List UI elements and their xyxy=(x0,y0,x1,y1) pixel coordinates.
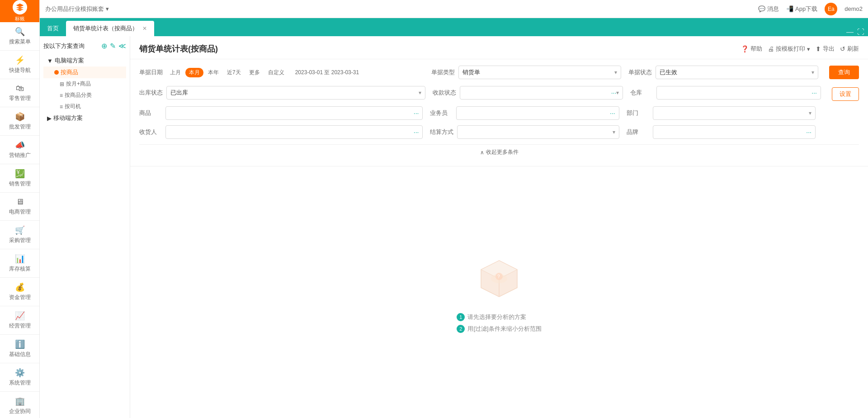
print-label: 按模板打印 xyxy=(776,45,805,53)
warehouse-more-icon[interactable]: ··· xyxy=(811,89,817,96)
tab-sales-report[interactable]: 销货单统计表（按商品） ✕ xyxy=(66,21,154,36)
tab-minimize-icon[interactable]: — xyxy=(846,28,854,36)
app-logo[interactable]: 标账 xyxy=(0,0,40,22)
tree-item-by-category[interactable]: ≡ 按商品分类 xyxy=(43,90,126,101)
sidebar-item-quick-nav[interactable]: ⚡ 快捷导航 xyxy=(0,51,39,79)
print-btn[interactable]: 🖨 按模板打印 ▾ xyxy=(768,45,810,53)
salesman-select[interactable]: ··· xyxy=(456,106,619,120)
header-left: 办公用品行业模拟账套 ▾ xyxy=(45,5,109,13)
collapse-btn[interactable]: ∧ 收起更多条件 xyxy=(139,144,859,160)
app-icon: 📲 xyxy=(786,5,793,12)
date-tab-custom[interactable]: 自定义 xyxy=(264,68,288,77)
add-scheme-icon[interactable]: ⊕ xyxy=(101,42,107,50)
tree-item-by-goods[interactable]: 按商品 xyxy=(43,66,126,78)
sidebar: 标账 🔍 搜索菜单 ⚡ 快捷导航 🛍 零售管理 📦 批发管理 📣 营销推广 💹 … xyxy=(0,0,40,418)
sidebar-item-inventory[interactable]: 📊 库存核算 xyxy=(0,249,39,278)
receiver-select[interactable]: ··· xyxy=(165,125,423,139)
empty-hint-2: 2 用[过滤]条件来缩小分析范围 xyxy=(457,325,541,333)
tree-collapse-icon: ▶ xyxy=(47,115,52,122)
filter-row-1: 单据日期 上月 本月 本年 近7天 更多 自定义 2023-03-01 至 20… xyxy=(139,66,859,79)
basics-icon: ℹ️ xyxy=(15,339,25,349)
receive-status-more-icon[interactable]: ··· xyxy=(611,89,617,96)
active-dot-icon xyxy=(54,70,59,75)
type-select[interactable]: 销货单 ▾ xyxy=(458,66,621,79)
date-tab-this-month[interactable]: 本月 xyxy=(185,68,203,77)
brand-select[interactable]: ··· xyxy=(653,125,816,139)
sidebar-item-ecommerce[interactable]: 🖥 电商管理 xyxy=(0,193,39,221)
page-actions: ❓ 帮助 🖨 按模板打印 ▾ ⬆ 导出 ↺ 刷新 xyxy=(741,45,859,53)
tab-home[interactable]: 首页 xyxy=(40,21,66,36)
warehouse-select[interactable]: ··· xyxy=(656,86,821,100)
status-label: 单据状态 xyxy=(628,68,652,76)
status-arrow-icon: ▾ xyxy=(811,69,814,76)
date-tab-this-year[interactable]: 本年 xyxy=(204,68,222,77)
filter-panel: 按以下方案查询 ⊕ ✎ ≪ ▼ 电脑端方案 按商品 ⊞ xyxy=(40,36,130,418)
sidebar-item-marketing-label: 营销推广 xyxy=(9,152,31,159)
sidebar-item-retail[interactable]: 🛍 零售管理 xyxy=(0,79,39,107)
sidebar-item-retail-label: 零售管理 xyxy=(9,95,31,102)
tree-by-month-goods-label: 按月+商品 xyxy=(66,80,91,88)
dept-select[interactable]: ▾ xyxy=(653,106,816,120)
industry-dropdown[interactable]: 办公用品行业模拟账套 ▾ xyxy=(45,5,109,13)
goods-select[interactable]: ··· xyxy=(165,106,423,120)
setting-button[interactable]: 设置 xyxy=(832,87,859,101)
purchase-icon: 🛒 xyxy=(15,225,25,235)
app-download-btn[interactable]: 📲 App下载 xyxy=(786,5,817,13)
quick-nav-icon: ⚡ xyxy=(15,55,25,65)
query-button[interactable]: 查询 xyxy=(829,66,859,79)
receiver-field: 收货人 ··· xyxy=(139,125,423,139)
filter-panel-header: 按以下方案查询 ⊕ ✎ ≪ xyxy=(43,42,126,50)
wholesale-icon: 📦 xyxy=(15,112,25,122)
salesman-more-icon[interactable]: ··· xyxy=(610,109,615,117)
goods-more-icon[interactable]: ··· xyxy=(414,109,419,117)
sidebar-item-enterprise[interactable]: 🏢 企业协同 xyxy=(0,392,39,418)
operations-icon: 📈 xyxy=(15,311,25,321)
edit-scheme-icon[interactable]: ✎ xyxy=(110,42,116,50)
date-tab-more[interactable]: 更多 xyxy=(245,68,264,77)
sidebar-item-operations-label: 经营管理 xyxy=(9,322,31,330)
sidebar-item-basics[interactable]: ℹ️ 基础信息 xyxy=(0,335,39,363)
page-header: 销货单统计表(按商品) ❓ 帮助 🖨 按模板打印 ▾ ⬆ 导出 xyxy=(130,36,868,59)
date-tab-7days[interactable]: 近7天 xyxy=(223,68,245,77)
out-status-select[interactable]: 已出库 ▾ xyxy=(166,86,425,100)
status-select[interactable]: 已生效 ▾ xyxy=(656,66,818,79)
refresh-btn[interactable]: ↺ 刷新 xyxy=(840,45,859,53)
payment-select[interactable]: ▾ xyxy=(457,125,619,139)
refresh-label: 刷新 xyxy=(847,45,859,53)
sidebar-item-finance[interactable]: 💰 资金管理 xyxy=(0,278,39,306)
empty-hint-1: 1 请先选择要分析的方案 xyxy=(457,313,541,321)
tab-maximize-icon[interactable]: ⛶ xyxy=(857,28,864,36)
msg-btn[interactable]: 💬 消息 xyxy=(758,5,779,13)
sidebar-item-operations[interactable]: 📈 经营管理 xyxy=(0,306,39,335)
avatar[interactable]: Ea xyxy=(825,3,837,15)
warehouse-label: 仓库 xyxy=(630,89,653,97)
type-field: 单据类型 销货单 ▾ xyxy=(431,66,621,79)
sidebar-item-purchase[interactable]: 🛒 采购管理 xyxy=(0,221,39,249)
dept-label: 部门 xyxy=(627,109,649,117)
export-btn[interactable]: ⬆ 导出 xyxy=(816,45,835,53)
tab-close-icon[interactable]: ✕ xyxy=(142,25,147,32)
tree-item-by-month-goods[interactable]: ⊞ 按月+商品 xyxy=(43,78,126,90)
collapse-panel-icon[interactable]: ≪ xyxy=(118,42,126,50)
hint-num-1: 1 xyxy=(457,313,465,321)
sidebar-item-search[interactable]: 🔍 搜索菜单 xyxy=(0,22,39,51)
tree-item-desktop[interactable]: ▼ 电脑端方案 xyxy=(43,55,126,66)
tree-by-driver-label: 按司机 xyxy=(65,103,81,110)
help-btn[interactable]: ❓ 帮助 xyxy=(741,45,762,53)
sidebar-item-sales-label: 销售管理 xyxy=(9,180,31,188)
sidebar-item-wholesale[interactable]: 📦 批发管理 xyxy=(0,107,39,136)
tree-item-mobile[interactable]: ▶ 移动端方案 xyxy=(43,112,126,124)
sidebar-item-marketing[interactable]: 📣 营销推广 xyxy=(0,136,39,164)
chevron-down-icon: ▾ xyxy=(106,5,109,12)
out-status-label: 出库状态 xyxy=(139,89,163,97)
tab-sales-report-label: 销货单统计表（按商品） xyxy=(73,24,138,33)
tree-item-by-driver[interactable]: ≡ 按司机 xyxy=(43,101,126,112)
brand-more-icon[interactable]: ··· xyxy=(806,128,811,136)
receive-status-select[interactable]: ··· ▾ xyxy=(460,86,623,100)
receiver-more-icon[interactable]: ··· xyxy=(414,128,419,136)
main-content: 销货单统计表(按商品) ❓ 帮助 🖨 按模板打印 ▾ ⬆ 导出 xyxy=(130,36,868,418)
date-tab-last-month[interactable]: 上月 xyxy=(166,68,184,77)
goods-field: 商品 ··· xyxy=(139,106,423,120)
sidebar-item-sales[interactable]: 💹 销售管理 xyxy=(0,164,39,193)
sidebar-item-system[interactable]: ⚙️ 系统管理 xyxy=(0,363,39,392)
